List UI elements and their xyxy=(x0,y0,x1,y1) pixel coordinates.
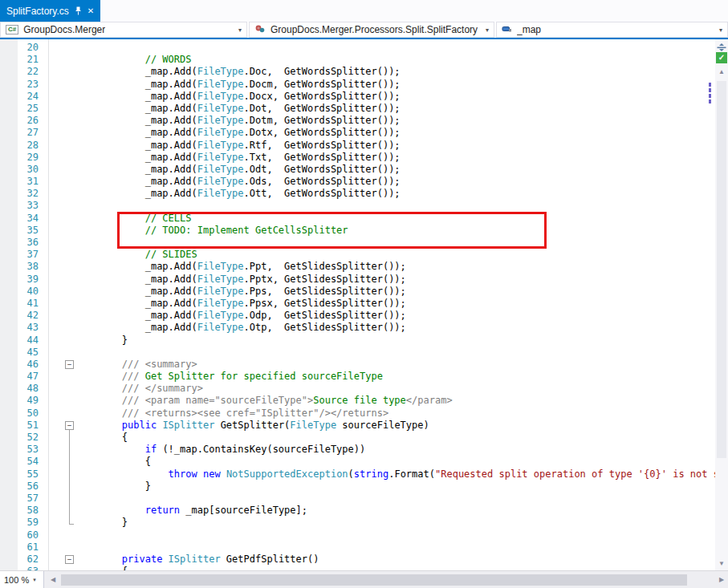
code-line[interactable]: if (!_map.ContainsKey(sourceFileType)) xyxy=(75,444,715,456)
code-token xyxy=(197,468,203,480)
health-indicator-icon[interactable]: ✓ xyxy=(716,52,727,63)
project-dropdown[interactable]: C# GroupDocs.Merger ▾ xyxy=(0,22,247,38)
code-token xyxy=(75,444,145,455)
code-token: FileType xyxy=(197,91,244,102)
code-token: _map.Add( xyxy=(75,79,197,90)
code-line[interactable]: _map.Add(FileType.Ppsx, GetSlidesSplitte… xyxy=(75,298,715,310)
code-token: FileType xyxy=(197,79,244,90)
code-token: _map.Add( xyxy=(75,176,197,187)
code-token: } xyxy=(75,481,151,492)
code-line[interactable]: throw new NotSupportedException(string.F… xyxy=(75,468,715,481)
code-token: FileType xyxy=(197,261,244,272)
code-line[interactable]: _map.Add(FileType.Txt, GetWordsSplitter(… xyxy=(75,152,715,164)
collapse-toggle[interactable]: − xyxy=(65,360,74,369)
close-icon[interactable]: ✕ xyxy=(87,7,94,15)
code-line[interactable]: public ISplitter GetSplitter(FileType so… xyxy=(75,420,715,432)
code-token: </param> xyxy=(406,395,453,406)
code-token: FileType xyxy=(197,140,244,151)
dropdown-icon: ▾ xyxy=(719,26,722,34)
code-token: .Format( xyxy=(388,468,435,480)
outline-margin: −−− xyxy=(0,39,75,570)
code-token: .Dot, GetWordsSplitter()); xyxy=(244,103,401,114)
code-line[interactable] xyxy=(75,237,715,249)
code-token: GetPdfSplitter() xyxy=(221,554,319,565)
code-token: FileType xyxy=(290,420,336,431)
code-line[interactable]: _map.Add(FileType.Pptx, GetSlidesSplitte… xyxy=(75,274,715,286)
code-line[interactable]: _map.Add(FileType.Pps, GetSlidesSplitter… xyxy=(75,286,715,298)
code-line[interactable] xyxy=(75,493,715,505)
code-token: .Odt, GetWordsSplitter()); xyxy=(244,164,401,175)
code-line[interactable]: // CELLS xyxy=(75,213,715,225)
scrollbar-annotation-marks xyxy=(709,83,712,105)
member-dropdown[interactable]: _map ▾ xyxy=(496,22,728,38)
code-line[interactable]: /// <param name="sourceFileType">Source … xyxy=(75,395,715,407)
code-line[interactable] xyxy=(75,541,715,554)
code-token: { xyxy=(75,456,151,467)
code-line[interactable]: } xyxy=(75,335,715,347)
code-line[interactable]: _map.Add(FileType.Docx, GetWordsSplitter… xyxy=(75,91,715,103)
code-token: .Otp, GetSlidesSplitter()); xyxy=(244,322,406,333)
code-line[interactable]: _map.Add(FileType.Dotm, GetWordsSplitter… xyxy=(75,115,715,127)
code-line[interactable]: _map.Add(FileType.Docm, GetWordsSplitter… xyxy=(75,79,715,91)
code-line[interactable]: // SLIDES xyxy=(75,249,715,261)
code-token: // TODO: Implement GetCellsSplitter xyxy=(75,225,348,236)
vertical-scrollbar[interactable]: ✓ ▲ ▼ xyxy=(715,39,728,570)
outline-guide-end xyxy=(69,524,74,525)
type-dropdown[interactable]: GroupDocs.Merger.Processors.Split.SplitF… xyxy=(249,22,494,38)
scroll-down-icon[interactable]: ▼ xyxy=(715,560,728,567)
code-line[interactable]: /// Get Splitter for specified sourceFil… xyxy=(75,371,715,383)
split-handle-icon[interactable] xyxy=(717,41,726,50)
code-line[interactable]: // TODO: Implement GetCellsSplitter xyxy=(75,225,715,237)
code-token: } xyxy=(75,517,128,528)
code-token: private xyxy=(122,554,163,565)
member-dropdown-label: _map xyxy=(517,24,541,35)
horizontal-scroll-thumb[interactable] xyxy=(61,574,687,586)
collapse-toggle[interactable]: − xyxy=(65,555,74,564)
code-line[interactable]: } xyxy=(75,481,715,493)
code-token: ISplitter xyxy=(162,420,214,431)
code-line[interactable]: _map.Add(FileType.Ods, GetWordsSplitter(… xyxy=(75,176,715,188)
code-editor[interactable]: 2021222324252627282930313233343536373839… xyxy=(0,39,715,570)
code-line[interactable]: { xyxy=(75,432,715,444)
code-pane[interactable]: // WORDS _map.Add(FileType.Doc, GetWords… xyxy=(75,42,715,570)
code-line[interactable]: _map.Add(FileType.Doc, GetWordsSplitter(… xyxy=(75,66,715,78)
scroll-right-icon[interactable]: ▶ xyxy=(715,571,728,588)
type-dropdown-label: GroupDocs.Merger.Processors.Split.SplitF… xyxy=(270,24,478,35)
code-line[interactable]: return _map[sourceFileType]; xyxy=(75,505,715,517)
code-line[interactable]: /// <returns><see cref="ISplitter"/></re… xyxy=(75,408,715,420)
code-line[interactable]: _map.Add(FileType.Rtf, GetWordsSplitter(… xyxy=(75,140,715,152)
code-line[interactable]: /// </summary> xyxy=(75,383,715,395)
code-line[interactable]: _map.Add(FileType.Odp, GetSlidesSplitter… xyxy=(75,310,715,322)
code-line[interactable]: _map.Add(FileType.Odt, GetWordsSplitter(… xyxy=(75,164,715,176)
code-line[interactable]: { xyxy=(75,456,715,468)
code-token: _map.Add( xyxy=(75,115,197,126)
code-line[interactable]: // WORDS xyxy=(75,54,715,66)
code-line[interactable]: _map.Add(FileType.Dotx, GetWordsSplitter… xyxy=(75,127,715,139)
code-line[interactable] xyxy=(75,42,715,54)
pin-icon[interactable] xyxy=(75,6,82,15)
code-line[interactable]: _map.Add(FileType.Ppt, GetSlidesSplitter… xyxy=(75,261,715,273)
code-line[interactable]: private ISplitter GetPdfSplitter() xyxy=(75,554,715,566)
code-token: FileType xyxy=(197,127,244,138)
vertical-scroll-thumb[interactable] xyxy=(717,81,726,458)
code-line[interactable]: } xyxy=(75,517,715,529)
code-token: NotSupportedException xyxy=(226,468,348,480)
scroll-up-icon[interactable]: ▲ xyxy=(715,68,728,75)
code-line[interactable]: _map.Add(FileType.Dot, GetWordsSplitter(… xyxy=(75,103,715,115)
scroll-left-icon[interactable]: ◀ xyxy=(47,571,59,588)
code-token xyxy=(221,468,226,480)
code-token: _map.Add( xyxy=(75,298,197,309)
tab-splitfactory[interactable]: SplitFactory.cs ✕ xyxy=(0,0,100,22)
code-token: // CELLS xyxy=(75,213,192,224)
code-line[interactable]: _map.Add(FileType.Ott, GetWordsSplitter(… xyxy=(75,188,715,200)
code-token: FileType xyxy=(197,274,244,285)
zoom-select[interactable]: 100 % ▾ xyxy=(0,571,44,588)
code-line[interactable] xyxy=(75,529,715,541)
code-line[interactable]: _map.Add(FileType.Otp, GetSlidesSplitter… xyxy=(75,322,715,334)
code-token: FileType xyxy=(197,152,244,163)
collapse-toggle[interactable]: − xyxy=(65,421,74,430)
code-line[interactable] xyxy=(75,200,715,212)
code-token: .Dotm, GetWordsSplitter()); xyxy=(244,115,401,126)
code-line[interactable] xyxy=(75,347,715,359)
code-line[interactable]: /// <summary> xyxy=(75,359,715,371)
